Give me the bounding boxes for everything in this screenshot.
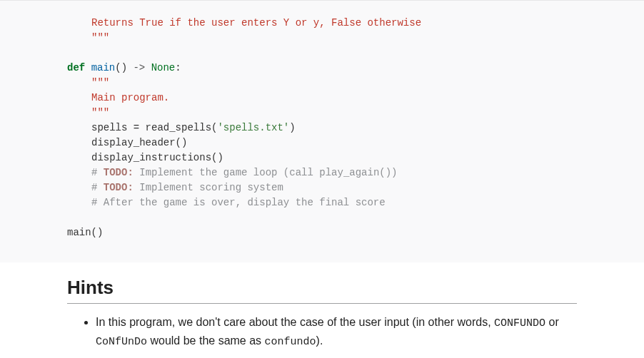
- todo-1-text: Implement the game loop (call play_again…: [134, 167, 398, 178]
- todo-1: TODO:: [104, 167, 134, 178]
- hint-1-mid: or: [545, 316, 559, 328]
- spells-file-string: 'spells.txt': [217, 122, 289, 133]
- hint-1-code-3: confundo: [265, 336, 316, 348]
- content-area: Hints In this program, we don't care abo…: [0, 277, 644, 358]
- hint-1-text-before: In this program, we don't care about the…: [96, 316, 494, 328]
- hash-2: #: [91, 182, 104, 193]
- docstring-quote-open-2: """: [91, 77, 109, 88]
- docstring-return: Returns True if the user enters Y or y, …: [91, 17, 421, 29]
- def-keyword: def: [67, 62, 85, 73]
- colon: :: [175, 62, 181, 73]
- display-header-call: display_header(): [91, 137, 187, 148]
- close-paren-1: ): [289, 122, 295, 133]
- none-type: None: [151, 62, 176, 73]
- main-call: main(): [67, 227, 103, 238]
- docstring-quote-close-2: """: [91, 107, 109, 118]
- todo-2-text: Implement scoring system: [134, 182, 283, 193]
- docstring-quote-close-1: """: [91, 32, 109, 44]
- docstring-main: Main program.: [91, 92, 169, 103]
- hint-1-code-2: CoNfUnDo: [96, 336, 147, 348]
- paren: (): [115, 62, 127, 73]
- hint-1-code-1: CONFUNDO: [494, 317, 545, 329]
- page-container: Returns True if the user enters Y or y, …: [0, 0, 644, 358]
- hash-1: #: [91, 167, 104, 178]
- comment-final: # After the game is over, display the fi…: [91, 197, 386, 208]
- hint-1-after: ).: [316, 334, 323, 347]
- hint-1-mid2: would be the same as: [147, 334, 265, 347]
- spells-assign: spells = read_spells(: [91, 122, 217, 133]
- func-name-main: main: [91, 62, 116, 73]
- display-instructions-call: display_instructions(): [91, 152, 223, 163]
- hints-rule: [67, 303, 577, 304]
- arrow-op: ->: [127, 62, 151, 73]
- code-block: Returns True if the user enters Y or y, …: [0, 1, 644, 262]
- todo-2: TODO:: [104, 182, 134, 193]
- hint-list: In this program, we don't care about the…: [67, 314, 577, 350]
- hint-item-1: In this program, we don't care about the…: [96, 314, 577, 350]
- hints-heading: Hints: [67, 277, 577, 299]
